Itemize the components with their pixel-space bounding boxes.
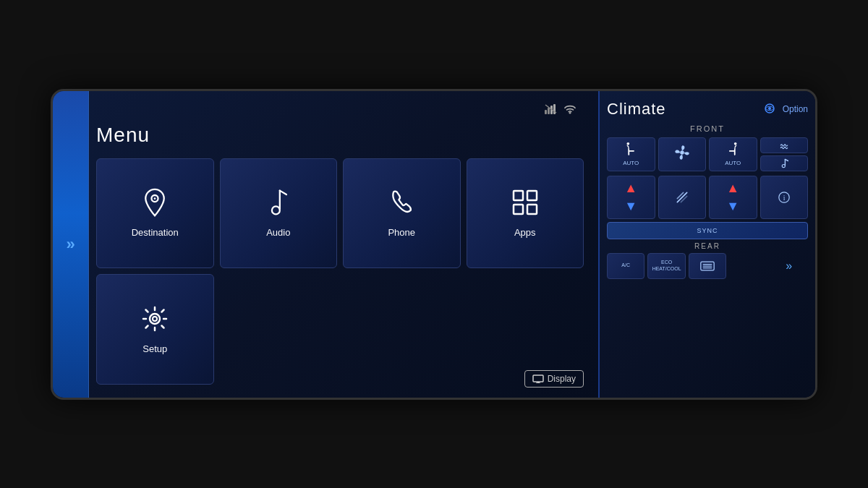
temp-left-control: ▲ ▼ xyxy=(607,176,655,219)
svg-point-21 xyxy=(734,142,737,145)
ac-button[interactable]: A/C xyxy=(607,253,644,279)
display-label: Display xyxy=(548,374,576,384)
wavy-icon xyxy=(779,140,789,150)
signal-icon xyxy=(545,104,558,116)
fan-icon xyxy=(674,145,690,164)
sync-button[interactable]: SYNC xyxy=(607,222,808,239)
svg-point-5 xyxy=(569,111,571,114)
right-icon-column xyxy=(760,137,809,171)
setup-button[interactable]: Setup xyxy=(96,274,214,385)
empty-cell-1 xyxy=(220,274,338,385)
front-controls-grid: AUTO xyxy=(607,137,808,171)
eco-heat-cool-button[interactable]: ECO HEAT/COOL xyxy=(647,253,685,279)
svg-point-19 xyxy=(627,142,630,145)
fan-speed-icon xyxy=(675,190,689,205)
svg-rect-11 xyxy=(514,205,523,214)
fan-button[interactable] xyxy=(658,137,707,171)
svg-rect-10 xyxy=(527,191,537,200)
svg-rect-0 xyxy=(545,110,547,114)
temp-right-control: ▲ ▼ xyxy=(709,176,757,219)
apps-icon xyxy=(511,188,540,221)
svg-point-20 xyxy=(680,150,684,155)
destination-button[interactable]: Destination xyxy=(96,158,214,269)
heated-seat-icon-btn[interactable] xyxy=(760,137,809,153)
defroster-icon xyxy=(700,261,715,271)
setup-icon xyxy=(140,304,169,338)
auto-left-label: AUTO xyxy=(623,160,639,166)
destination-label: Destination xyxy=(132,227,179,238)
menu-title: Menu xyxy=(96,124,584,147)
wifi-icon xyxy=(563,104,576,116)
climate-chevron-button[interactable]: » xyxy=(770,260,808,273)
fan-speed-button[interactable] xyxy=(658,176,707,219)
info-icon: i xyxy=(778,192,790,203)
svg-rect-1 xyxy=(548,108,550,114)
menu-panel: » Menu xyxy=(53,91,598,398)
phone-button[interactable]: Phone xyxy=(343,158,461,269)
menu-grid: Destination Audio xyxy=(96,158,584,385)
auto-right-label: AUTO xyxy=(725,160,741,166)
left-accent-strip: » xyxy=(53,91,89,398)
seat-right-icon xyxy=(725,142,741,158)
climate-header: Climate Option xyxy=(607,100,808,119)
svg-rect-12 xyxy=(527,205,537,214)
svg-rect-3 xyxy=(553,104,556,114)
climate-title: Climate xyxy=(607,100,666,119)
svg-point-8 xyxy=(272,207,280,215)
info-button[interactable]: i xyxy=(760,176,809,219)
temp-controls-row: ▲ ▼ ▲ ▼ i xyxy=(607,176,808,219)
rear-label: REAR xyxy=(607,242,808,250)
auto-seat-right-button[interactable]: AUTO xyxy=(709,137,757,171)
svg-point-14 xyxy=(153,317,157,321)
svg-point-22 xyxy=(782,164,785,167)
svg-point-7 xyxy=(154,197,156,200)
empty-cell-2 xyxy=(343,274,461,385)
music-icon-btn[interactable] xyxy=(760,155,809,171)
music-side-icon xyxy=(780,158,788,168)
temp-right-down-button[interactable]: ▼ xyxy=(726,199,739,214)
auto-seat-left-button[interactable]: AUTO xyxy=(607,137,655,171)
svg-point-13 xyxy=(150,314,160,324)
rear-defroster-button[interactable] xyxy=(689,253,726,279)
svg-rect-9 xyxy=(514,191,523,200)
phone-label: Phone xyxy=(388,227,415,238)
back-chevron-icon[interactable]: » xyxy=(66,235,75,254)
display-button[interactable]: Display xyxy=(524,370,584,388)
climate-option-button[interactable]: Option xyxy=(783,104,808,114)
svg-rect-15 xyxy=(533,375,543,382)
bottom-climate-row: A/C ECO HEAT/COOL » xyxy=(607,253,808,279)
front-label: FRONT xyxy=(607,124,808,133)
status-bar xyxy=(96,104,584,116)
climate-panel: Climate Option FRONT xyxy=(598,91,815,398)
svg-point-18 xyxy=(768,107,771,110)
temp-left-down-button[interactable]: ▼ xyxy=(624,199,637,214)
ac-label: A/C xyxy=(621,262,630,268)
setup-label: Setup xyxy=(142,343,167,354)
nano-logo xyxy=(762,103,777,115)
climate-header-right: Option xyxy=(762,103,808,115)
temp-left-up-button[interactable]: ▲ xyxy=(624,181,637,196)
audio-icon xyxy=(264,188,293,221)
audio-button[interactable]: Audio xyxy=(220,158,338,269)
apps-button[interactable]: Apps xyxy=(467,158,584,269)
phone-icon xyxy=(387,188,416,221)
empty-cell-3 xyxy=(467,274,584,385)
seat-left-icon xyxy=(623,142,639,158)
audio-label: Audio xyxy=(266,227,290,238)
car-infotainment-screen: » Menu xyxy=(51,89,817,400)
apps-label: Apps xyxy=(514,227,536,238)
eco-label: ECO HEAT/COOL xyxy=(652,260,681,272)
svg-text:i: i xyxy=(783,194,785,202)
display-icon xyxy=(532,374,544,383)
destination-icon xyxy=(140,188,169,221)
temp-right-up-button[interactable]: ▲ xyxy=(726,181,739,196)
